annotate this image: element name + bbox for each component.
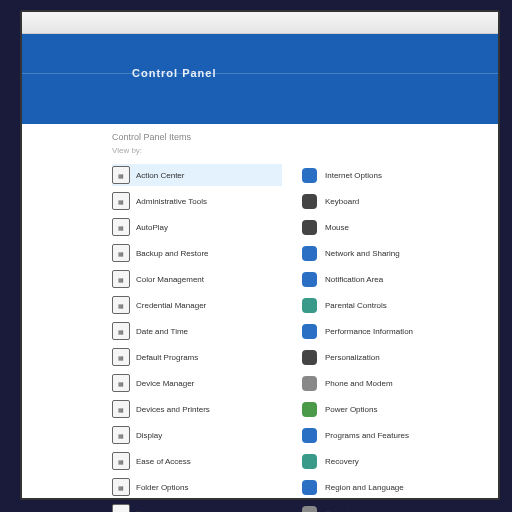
item-label: Backup and Restore: [136, 249, 209, 258]
item-icon: ▦: [112, 400, 130, 418]
list-item[interactable]: ▦Default Programs: [112, 346, 282, 368]
list-item[interactable]: Performance Information: [302, 320, 512, 342]
item-label: Sound: [325, 509, 348, 513]
item-label: Internet Options: [325, 171, 382, 180]
list-item[interactable]: ▦Fonts: [112, 502, 282, 512]
item-label: Fonts: [136, 509, 156, 513]
item-icon: ▦: [112, 244, 130, 262]
item-text: Sound: [325, 509, 348, 513]
list-item[interactable]: ▦AutoPlay: [112, 216, 282, 238]
item-icon: [302, 220, 317, 235]
list-item[interactable]: ▦Backup and Restore: [112, 242, 282, 264]
item-text: Folder Options: [136, 483, 188, 492]
list-item[interactable]: ▦Folder Options: [112, 476, 282, 498]
list-item[interactable]: Mouse: [302, 216, 512, 238]
list-item[interactable]: Sound: [302, 502, 512, 512]
item-label: Administrative Tools: [136, 197, 207, 206]
item-label: Power Options: [325, 405, 377, 414]
item-icon: [302, 376, 317, 391]
list-item[interactable]: ▦Date and Time: [112, 320, 282, 342]
item-label: Performance Information: [325, 327, 413, 336]
item-icon: [302, 454, 317, 469]
item-text: Region and Language: [325, 483, 404, 492]
item-icon: [302, 402, 317, 417]
list-item[interactable]: Recovery: [302, 450, 512, 472]
list-item[interactable]: ▦Credential Manager: [112, 294, 282, 316]
list-item[interactable]: Personalization: [302, 346, 512, 368]
item-icon: [302, 350, 317, 365]
item-text: Keyboard: [325, 197, 359, 206]
item-icon: [302, 298, 317, 313]
list-item[interactable]: Programs and Features: [302, 424, 512, 446]
list-item[interactable]: Internet Options: [302, 164, 512, 186]
item-text: Device Manager: [136, 379, 194, 388]
list-item[interactable]: ▦Devices and Printers: [112, 398, 282, 420]
item-icon: ▦: [112, 296, 130, 314]
list-item[interactable]: Power Options: [302, 398, 512, 420]
list-item[interactable]: Phone and Modem: [302, 372, 512, 394]
item-label: Personalization: [325, 353, 380, 362]
item-text: Personalization: [325, 353, 380, 362]
list-item[interactable]: Keyboard: [302, 190, 512, 212]
item-label: Device Manager: [136, 379, 194, 388]
item-icon: ▦: [112, 166, 130, 184]
item-text: Display: [136, 431, 162, 440]
item-label: Programs and Features: [325, 431, 409, 440]
list-item[interactable]: ▦Display: [112, 424, 282, 446]
column-2: Internet OptionsKeyboardMouseNetwork and…: [302, 164, 512, 512]
list-item[interactable]: Network and Sharing: [302, 242, 512, 264]
list-item[interactable]: ▦Device Manager: [112, 372, 282, 394]
item-text: Default Programs: [136, 353, 198, 362]
item-label: Date and Time: [136, 327, 188, 336]
item-icon: [302, 428, 317, 443]
item-label: Region and Language: [325, 483, 404, 492]
item-icon: [302, 272, 317, 287]
breadcrumb[interactable]: Control Panel Items: [112, 132, 191, 142]
item-label: Color Management: [136, 275, 204, 284]
list-item[interactable]: Region and Language: [302, 476, 512, 498]
item-text: Credential Manager: [136, 301, 206, 310]
item-label: Keyboard: [325, 197, 359, 206]
item-text: Parental Controls: [325, 301, 387, 310]
list-item[interactable]: Parental Controls: [302, 294, 512, 316]
column-1: ▦Action Center▦Administrative Tools▦Auto…: [112, 164, 282, 512]
item-label: Network and Sharing: [325, 249, 400, 258]
list-item[interactable]: ▦Ease of Access: [112, 450, 282, 472]
item-text: Devices and Printers: [136, 405, 210, 414]
page-title: Control Panel: [132, 67, 217, 79]
item-label: Devices and Printers: [136, 405, 210, 414]
list-item[interactable]: ▦Color Management: [112, 268, 282, 290]
item-icon: ▦: [112, 270, 130, 288]
item-icon: [302, 506, 317, 513]
list-item[interactable]: ▦Administrative Tools: [112, 190, 282, 212]
item-icon: ▦: [112, 218, 130, 236]
item-icon: ▦: [112, 426, 130, 444]
item-label: Display: [136, 431, 162, 440]
item-text: Color Management: [136, 275, 204, 284]
item-text: Administrative Tools: [136, 197, 207, 206]
item-text: Fonts: [136, 509, 156, 513]
item-text: Performance Information: [325, 327, 413, 336]
item-icon: [302, 246, 317, 261]
item-label: Ease of Access: [136, 457, 191, 466]
item-icon: ▦: [112, 374, 130, 392]
item-label: Notification Area: [325, 275, 383, 284]
item-label: Mouse: [325, 223, 349, 232]
item-text: Mouse: [325, 223, 349, 232]
item-label: Credential Manager: [136, 301, 206, 310]
titlebar[interactable]: [22, 12, 498, 34]
list-item[interactable]: ▦Action Center: [112, 164, 282, 186]
item-icon: [302, 168, 317, 183]
item-text: Recovery: [325, 457, 359, 466]
content-area: Control Panel Items View by: ▦Action Cen…: [22, 124, 498, 498]
item-icon: ▦: [112, 504, 130, 512]
item-text: Date and Time: [136, 327, 188, 336]
item-icon: [302, 480, 317, 495]
list-item[interactable]: Notification Area: [302, 268, 512, 290]
item-icon: ▦: [112, 192, 130, 210]
items-grid: ▦Action Center▦Administrative Tools▦Auto…: [22, 164, 512, 512]
item-text: Network and Sharing: [325, 249, 400, 258]
item-text: Internet Options: [325, 171, 382, 180]
item-icon: [302, 324, 317, 339]
header-top-strip: [22, 34, 498, 74]
